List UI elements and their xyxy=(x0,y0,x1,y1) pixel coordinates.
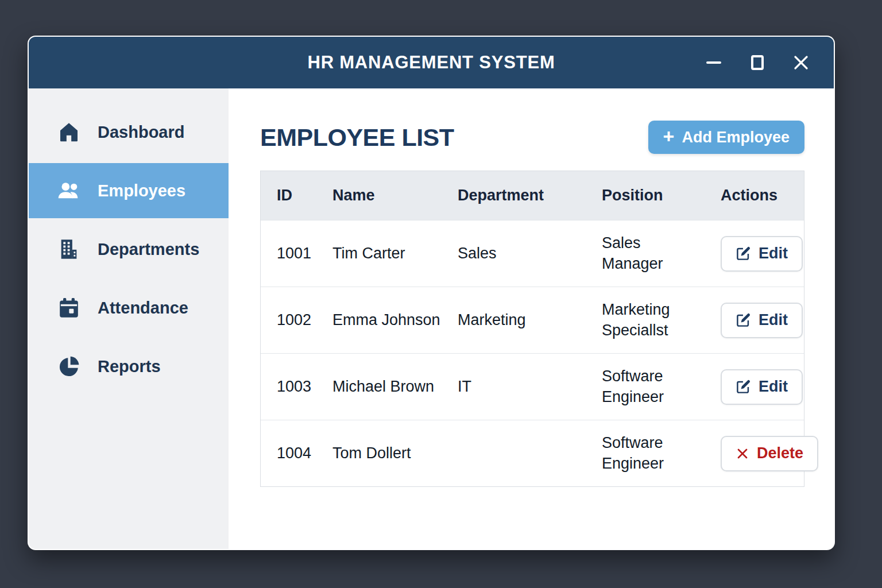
cell-name: Tom Dollert xyxy=(332,444,458,462)
edit-button[interactable]: Edit xyxy=(721,369,803,405)
sidebar-item-label: Attendance xyxy=(98,299,188,318)
cell-position: Marketing Speciallst xyxy=(602,300,721,340)
sidebar-item-label: Dashboard xyxy=(98,123,184,142)
table-row: 1003 Michael Brown IT Software Engineer … xyxy=(261,353,804,420)
sidebar-item-reports[interactable]: Reports xyxy=(29,339,229,394)
cell-position: Software Engineer xyxy=(602,433,721,473)
cell-id: 1004 xyxy=(261,444,332,462)
table-header-row: ID Name Department Position Actions xyxy=(261,171,804,220)
edit-icon xyxy=(736,312,751,328)
maximize-button[interactable] xyxy=(749,53,766,72)
delete-x-icon xyxy=(736,447,749,461)
window-controls xyxy=(705,37,810,88)
edit-icon xyxy=(736,246,751,261)
add-employee-label: Add Employee xyxy=(682,129,790,146)
edit-label: Edit xyxy=(759,378,788,396)
column-header-id: ID xyxy=(261,187,332,204)
sidebar: Dashboard Employees xyxy=(29,88,229,549)
edit-button[interactable]: Edit xyxy=(721,303,803,338)
table-row: 1001 Tim Carter Sales Sales Manager Edit xyxy=(261,220,804,287)
minimize-button[interactable] xyxy=(705,53,722,72)
calendar-icon xyxy=(57,296,80,319)
sidebar-item-label: Employees xyxy=(98,181,185,200)
sidebar-item-label: Reports xyxy=(98,357,161,376)
title-bar: HR MANAGEMENT SYSTEM xyxy=(29,37,834,88)
minimize-icon xyxy=(706,61,721,64)
sidebar-item-employees[interactable]: Employees xyxy=(29,163,229,218)
delete-button[interactable]: Delete xyxy=(721,436,818,471)
column-header-position: Position xyxy=(602,187,721,204)
delete-label: Delete xyxy=(757,444,803,462)
window-title: HR MANAGEMENT SYSTEM xyxy=(307,52,555,73)
plus-icon: + xyxy=(663,126,675,146)
cell-position: Software Engineer xyxy=(602,366,721,407)
cell-id: 1002 xyxy=(261,311,332,329)
cell-id: 1003 xyxy=(261,378,332,396)
edit-label: Edit xyxy=(759,311,788,329)
maximize-icon xyxy=(751,55,764,70)
add-employee-button[interactable]: + Add Employee xyxy=(648,121,804,154)
column-header-name: Name xyxy=(332,187,458,204)
cell-id: 1001 xyxy=(261,245,332,262)
table-row: 1002 Emma Johnson Marketing Marketing Sp… xyxy=(261,287,804,353)
table-row: 1004 Tom Dollert Software Engineer Delet… xyxy=(261,420,804,486)
main-content: EMPLOYEE LIST + Add Employee ID Name Dep… xyxy=(229,88,835,549)
sidebar-item-dashboard[interactable]: Dashboard xyxy=(29,105,229,160)
cell-name: Emma Johnson xyxy=(332,311,458,329)
close-button[interactable] xyxy=(792,53,810,72)
cell-name: Tim Carter xyxy=(332,245,458,262)
page-title: EMPLOYEE LIST xyxy=(260,123,454,152)
main-header: EMPLOYEE LIST + Add Employee xyxy=(260,120,804,154)
cell-name: Michael Brown xyxy=(332,378,458,396)
cell-department: Marketing xyxy=(458,311,602,329)
edit-button[interactable]: Edit xyxy=(721,236,803,272)
cell-position: Sales Manager xyxy=(602,233,721,273)
cell-department: IT xyxy=(458,378,602,396)
edit-label: Edit xyxy=(759,245,788,262)
people-icon xyxy=(57,179,80,202)
app-window: HR MANAGEMENT SYSTEM Dashbo xyxy=(28,36,835,550)
cell-department: Sales xyxy=(458,245,602,262)
employee-table: ID Name Department Position Actions 1001… xyxy=(260,171,804,487)
edit-icon xyxy=(736,379,751,394)
building-icon xyxy=(57,238,80,261)
column-header-actions: Actions xyxy=(721,187,804,204)
pie-chart-icon xyxy=(57,355,80,378)
sidebar-item-departments[interactable]: Departments xyxy=(29,222,229,277)
sidebar-item-label: Departments xyxy=(98,240,199,259)
column-header-department: Department xyxy=(458,187,602,204)
close-icon xyxy=(792,54,810,71)
sidebar-item-attendance[interactable]: Attendance xyxy=(29,280,229,335)
home-icon xyxy=(57,121,80,144)
